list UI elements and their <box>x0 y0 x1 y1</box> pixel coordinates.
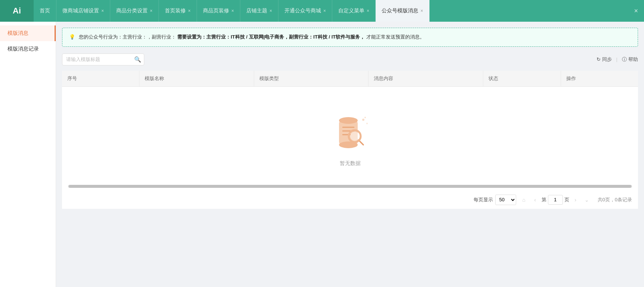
table-wrapper: 序号模版名称模版类型消息内容状态操作 <box>62 71 638 209</box>
tab-开通公众号商城[interactable]: 开通公众号商城× <box>278 0 332 22</box>
notice-suffix: 才能正常发送预置的消息。 <box>366 34 425 40</box>
sidebar-item[interactable]: 模版消息记录 <box>0 41 56 57</box>
tab-label: 微商城店铺设置 <box>62 7 99 14</box>
sync-button[interactable]: ↻ 同步 <box>597 56 612 63</box>
pagination: 每页显示 102050100 ⌂ ‹ 第 页 › ⌄ 共0页，0条记录 <box>62 191 638 209</box>
sync-icon: ↻ <box>597 57 601 62</box>
tab-label: 公众号模版消息 <box>382 7 418 14</box>
help-icon: ⓘ <box>622 56 627 63</box>
svg-point-2 <box>339 117 358 124</box>
tab-close-icon[interactable]: × <box>101 8 104 13</box>
tab-商品分类设置[interactable]: 商品分类设置× <box>110 0 159 22</box>
svg-point-10 <box>362 119 364 121</box>
sidebar-item[interactable]: 模版消息 <box>0 25 56 41</box>
col-status: 状态 <box>483 71 561 87</box>
tab-首页装修[interactable]: 首页装修× <box>159 0 197 22</box>
scrollbar-track[interactable] <box>68 185 632 188</box>
tab-店铺主题[interactable]: 店铺主题× <box>240 0 278 22</box>
tab-close-icon[interactable]: × <box>188 8 191 13</box>
empty-illustration <box>328 109 373 154</box>
tab-label: 开通公众号商城 <box>284 7 321 14</box>
total-info: 共0页，0条记录 <box>598 196 632 203</box>
tab-close-icon[interactable]: × <box>231 8 234 13</box>
col-type: 模版类型 <box>254 71 369 87</box>
svg-point-9 <box>350 132 359 141</box>
page-size-dropdown[interactable]: 102050100 <box>495 195 516 205</box>
main-layout: 模版消息模版消息记录 💡 您的公众号行业为：主营行业：，副营行业： 需要设置为：… <box>0 22 644 287</box>
help-button[interactable]: ⓘ 帮助 <box>622 56 638 63</box>
notice-highlight: 需要设置为：主营行业：IT科技 / 互联网|电子商务，副营行业：IT科技 / I… <box>177 34 365 40</box>
tab-close-icon[interactable]: × <box>150 8 152 13</box>
col-name: 模版名称 <box>139 71 254 87</box>
col-index: 序号 <box>62 71 139 87</box>
page-size-label: 每页显示 <box>474 196 493 203</box>
table-head: 序号模版名称模版类型消息内容状态操作 <box>62 71 638 87</box>
tab-label: 自定义菜单 <box>338 7 364 14</box>
tab-close-icon[interactable]: × <box>420 8 423 13</box>
toolbar-right: ↻ 同步 | ⓘ 帮助 <box>597 56 638 63</box>
tab-close-icon[interactable]: × <box>323 8 326 13</box>
svg-point-11 <box>366 123 368 124</box>
empty-state: 暂无数据 <box>62 87 638 182</box>
tab-自定义菜单[interactable]: 自定义菜单× <box>332 0 376 22</box>
col-action: 操作 <box>561 71 638 87</box>
current-page-input[interactable] <box>548 195 563 205</box>
tab-label: 店铺主题 <box>246 7 267 14</box>
page-unit: 页 <box>564 196 569 203</box>
scrollbar-area <box>62 185 638 188</box>
page-label: 第 <box>542 196 546 203</box>
svg-point-12 <box>364 117 366 118</box>
tab-bar: 首页微商城店铺设置×商品分类设置×首页装修×商品页装修×店铺主题×开通公众号商城… <box>34 0 644 22</box>
last-page-button[interactable]: ⌄ <box>582 195 592 205</box>
notice-box: 💡 您的公众号行业为：主营行业：，副营行业： 需要设置为：主营行业：IT科技 /… <box>62 28 638 47</box>
page-input-area: 第 页 <box>542 195 569 205</box>
page-nav: ⌂ ‹ 第 页 › ⌄ <box>519 195 592 205</box>
tab-label: 商品页装修 <box>203 7 229 14</box>
page-size-select: 每页显示 102050100 <box>474 195 516 205</box>
data-table: 序号模版名称模版类型消息内容状态操作 <box>62 71 638 182</box>
tab-label: 商品分类设置 <box>116 7 148 14</box>
first-page-button[interactable]: ⌂ <box>519 195 529 205</box>
next-page-button[interactable]: › <box>571 195 580 205</box>
tab-label: 首页 <box>40 7 50 14</box>
col-content: 消息内容 <box>369 71 483 87</box>
prev-page-button[interactable]: ‹ <box>530 195 540 205</box>
search-input-wrap: 🔍 <box>62 54 144 65</box>
tab-label: 首页装修 <box>165 7 186 14</box>
logo: Ai <box>0 0 34 22</box>
search-bar: 🔍 ↻ 同步 | ⓘ 帮助 <box>62 54 638 65</box>
bulb-icon: 💡 <box>69 34 75 40</box>
scrollbar-thumb[interactable] <box>69 185 631 188</box>
content-area: 💡 您的公众号行业为：主营行业：，副营行业： 需要设置为：主营行业：IT科技 /… <box>56 22 644 287</box>
notice-prefix: 您的公众号行业为：主营行业：，副营行业： <box>79 34 176 40</box>
empty-text: 暂无数据 <box>62 160 638 167</box>
tab-公众号模版消息[interactable]: 公众号模版消息× <box>376 0 429 22</box>
tab-close-icon[interactable]: × <box>269 8 272 13</box>
sidebar: 模版消息模版消息记录 <box>0 22 56 287</box>
search-input[interactable] <box>62 54 144 65</box>
search-icon[interactable]: 🔍 <box>134 56 141 63</box>
tab-close-icon[interactable]: × <box>367 8 369 13</box>
tab-首页[interactable]: 首页 <box>34 0 56 22</box>
tab-商品页装修[interactable]: 商品页装修× <box>197 0 240 22</box>
toolbar-divider: | <box>616 57 617 62</box>
tab-微商城店铺设置[interactable]: 微商城店铺设置× <box>56 0 110 22</box>
global-close-button[interactable]: × <box>634 7 638 15</box>
top-nav: Ai 首页微商城店铺设置×商品分类设置×首页装修×商品页装修×店铺主题×开通公众… <box>0 0 644 22</box>
